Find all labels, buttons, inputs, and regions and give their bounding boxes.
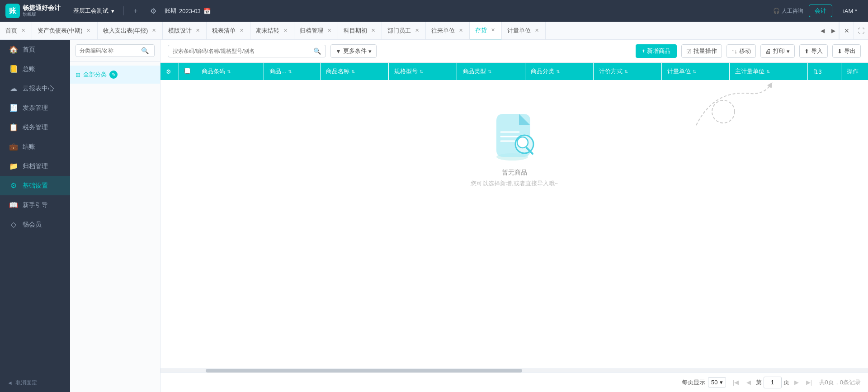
- tab-period[interactable]: 期末结转 ✕: [250, 22, 294, 40]
- first-page-button[interactable]: |◀: [731, 377, 741, 388]
- sidebar-item-settings[interactable]: ⚙ 基础设置: [0, 176, 70, 195]
- tab-close-all-button[interactable]: ✕: [839, 22, 854, 40]
- th-category[interactable]: 商品分类 ⇅: [525, 63, 593, 80]
- tab-dept-close[interactable]: ✕: [414, 28, 420, 34]
- page-size-select[interactable]: 50 ▾: [708, 377, 726, 387]
- tab-income-close[interactable]: ✕: [151, 28, 157, 34]
- th-checkbox[interactable]: [179, 63, 196, 80]
- export-button[interactable]: ⬇ 导出: [832, 44, 861, 58]
- help-button[interactable]: 🎧 人工咨询: [773, 7, 803, 15]
- tab-balance[interactable]: 资产负债表(中期) ✕: [32, 22, 98, 40]
- tab-prev-button[interactable]: ◀: [817, 22, 828, 40]
- last-page-button[interactable]: ▶|: [804, 377, 815, 388]
- th-category-label: 商品分类: [531, 67, 554, 76]
- th-spec-label: 规格型号: [394, 67, 418, 76]
- add-tab-button[interactable]: ＋: [129, 5, 142, 18]
- sidebar-item-tax[interactable]: 📋 税务管理: [0, 118, 70, 137]
- sidebar-item-cloud[interactable]: ☁ 云报表中心: [0, 79, 70, 98]
- add-product-button[interactable]: + 新增商品: [636, 44, 677, 58]
- th-price-method-label: 计价方式: [599, 67, 623, 76]
- sidebar-item-ledger[interactable]: 📒 总账: [0, 59, 70, 79]
- org-selector[interactable]: 基层工会测试 ▾: [70, 5, 118, 17]
- category-edit-icon[interactable]: ✎: [109, 71, 118, 79]
- sort-name-icon[interactable]: ⇅: [351, 69, 355, 74]
- th-type[interactable]: 商品类型 ⇅: [457, 63, 525, 80]
- iam-button[interactable]: iAM *: [838, 6, 863, 16]
- settings-col-icon[interactable]: ⚙: [166, 68, 171, 75]
- th-settings[interactable]: ⚙: [160, 63, 179, 80]
- tab-home[interactable]: 首页 ✕: [0, 22, 32, 40]
- sort-type-icon[interactable]: ⇅: [488, 69, 491, 74]
- settings-gear-button[interactable]: ⚙: [147, 5, 159, 17]
- main-search-icon[interactable]: 🔍: [313, 47, 321, 55]
- tab-period-close[interactable]: ✕: [282, 28, 288, 34]
- sort-price-icon[interactable]: ⇅: [624, 69, 628, 74]
- th-code[interactable]: 商品... ⇅: [264, 63, 321, 80]
- th-name-label: 商品名称: [326, 67, 349, 76]
- th-spec[interactable]: 规格型号 ⇅: [389, 63, 457, 80]
- tab-subject[interactable]: 科目期初 ✕: [338, 22, 382, 40]
- collapse-button[interactable]: ◀: [144, 69, 155, 80]
- tax-icon: 📋: [9, 123, 18, 132]
- per-page-label: 每页显示: [682, 378, 705, 387]
- sidebar-item-guide[interactable]: 📖 新手引导: [0, 195, 70, 215]
- tab-unit-close[interactable]: ✕: [533, 28, 540, 34]
- th-col3[interactable]: ⇅3: [808, 63, 841, 80]
- cancel-pin-button[interactable]: ◄ 取消固定: [0, 373, 70, 392]
- tab-template-close[interactable]: ✕: [194, 28, 201, 34]
- tab-expand-button[interactable]: ⛶: [854, 22, 868, 40]
- tab-partner-close[interactable]: ✕: [458, 28, 464, 34]
- tab-archive[interactable]: 归档管理 ✕: [294, 22, 338, 40]
- import-button[interactable]: ⬆ 导入: [799, 44, 828, 58]
- th-unit[interactable]: 计量单位 ⇅: [661, 63, 730, 80]
- tab-inventory[interactable]: 存货 ✕: [470, 22, 502, 40]
- page-number-input[interactable]: [764, 377, 782, 388]
- move-button[interactable]: ↑↓ 移动: [726, 44, 756, 58]
- th-main-unit[interactable]: 主计量单位 ⇅: [730, 63, 808, 80]
- tab-subject-close[interactable]: ✕: [370, 28, 376, 34]
- th-name[interactable]: 商品名称 ⇅: [321, 63, 389, 80]
- sort-barcode-icon[interactable]: ⇅: [227, 69, 231, 74]
- prev-page-button[interactable]: ◀: [743, 377, 754, 388]
- sort-unit-icon[interactable]: ⇅: [693, 69, 696, 74]
- th-price-method[interactable]: 计价方式 ⇅: [593, 63, 661, 80]
- calendar-icon[interactable]: 📅: [203, 8, 211, 14]
- sidebar-item-close[interactable]: 💼 结账: [0, 137, 70, 156]
- tab-tax-close[interactable]: ✕: [238, 28, 245, 34]
- th-unit-label: 计量单位: [667, 67, 691, 76]
- category-search-icon[interactable]: 🔍: [141, 47, 149, 54]
- sort-main-unit-icon[interactable]: ⇅: [766, 69, 770, 74]
- print-button[interactable]: 🖨 打印 ▾: [760, 44, 795, 58]
- table-scroll-bar[interactable]: [160, 368, 868, 372]
- table-scroll-thumb[interactable]: [206, 369, 522, 373]
- sort-category-icon[interactable]: ⇅: [556, 69, 560, 74]
- tab-balance-close[interactable]: ✕: [85, 28, 92, 34]
- tab-partner[interactable]: 往来单位 ✕: [426, 22, 470, 40]
- tab-archive-close[interactable]: ✕: [326, 28, 332, 34]
- tab-archive-label: 归档管理: [300, 27, 323, 35]
- tab-home-close[interactable]: ✕: [20, 28, 26, 34]
- category-item-all[interactable]: ⊞ 全部分类 ✎ ◀: [70, 66, 160, 84]
- tab-template[interactable]: 模版设计 ✕: [163, 22, 207, 40]
- tab-dept[interactable]: 部门员工 ✕: [382, 22, 426, 40]
- select-all-checkbox[interactable]: [184, 68, 190, 74]
- tab-inventory-close[interactable]: ✕: [490, 27, 496, 33]
- next-page-button[interactable]: ▶: [791, 377, 802, 388]
- more-conditions-button[interactable]: ▼ 更多条件 ▾: [330, 44, 377, 58]
- tab-next-button[interactable]: ▶: [828, 22, 839, 40]
- batch-ops-button[interactable]: ☑ 批量操作: [681, 44, 722, 58]
- sidebar-item-archive[interactable]: 📁 归档管理: [0, 156, 70, 176]
- tab-income[interactable]: 收入支出表(年报) ✕: [98, 22, 163, 40]
- category-search-input[interactable]: [80, 47, 138, 54]
- main-search-input[interactable]: [173, 48, 311, 54]
- th-barcode[interactable]: 商品条码 ⇅: [196, 63, 264, 80]
- logo-icon: 账: [5, 4, 20, 18]
- tab-unit[interactable]: 计量单位 ✕: [502, 22, 546, 40]
- sidebar-item-member[interactable]: ◇ 畅会员: [0, 215, 70, 234]
- sort-code-icon[interactable]: ⇅: [288, 69, 292, 74]
- sidebar-item-invoice[interactable]: 🧾 发票管理: [0, 98, 70, 118]
- tab-tax[interactable]: 税表清单 ✕: [207, 22, 250, 40]
- account-button[interactable]: 会计: [809, 5, 832, 17]
- sidebar-item-home[interactable]: 🏠 首页: [0, 40, 70, 59]
- sort-spec-icon[interactable]: ⇅: [420, 69, 423, 74]
